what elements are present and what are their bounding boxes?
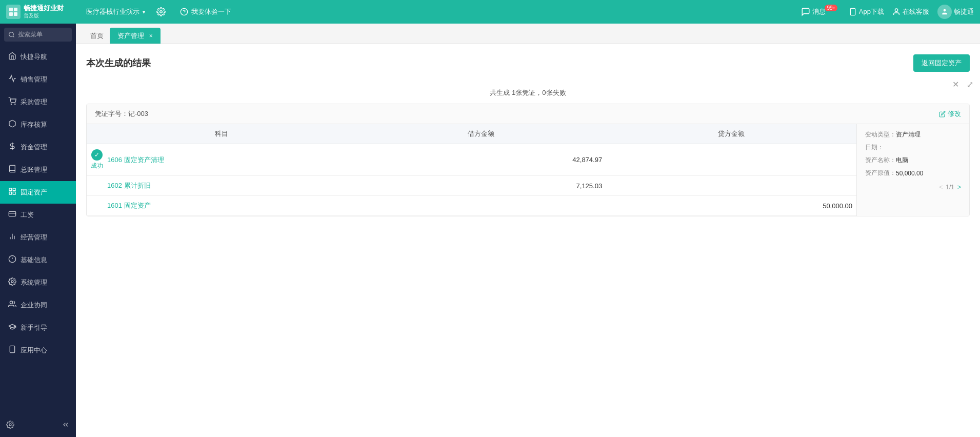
original-value-label: 资产原值： — [865, 169, 896, 177]
svg-rect-2 — [9, 12, 13, 16]
expand-panel-button[interactable]: ⤢ — [964, 78, 976, 90]
online-service-button[interactable]: 在线客服 — [892, 7, 929, 16]
top-header: 畅捷通好业财 普及版 医疗器械行业演示 ▾ 我要体验一下 消息 99+ — [0, 0, 980, 24]
subject-cell: 1602 累计折旧 — [87, 176, 356, 196]
svg-rect-3 — [14, 12, 17, 16]
table-row: 1602 累计折旧 7,125.03 — [87, 176, 856, 196]
tab-home[interactable]: 首页 — [84, 28, 110, 44]
svg-rect-19 — [9, 192, 12, 194]
edit-voucher-button[interactable]: 修改 — [939, 109, 961, 118]
sidebar-item-label: 资金管理 — [21, 143, 47, 152]
settings-button[interactable] — [153, 4, 169, 19]
sidebar-item-funds[interactable]: 资金管理 — [0, 136, 76, 158]
svg-point-13 — [11, 104, 11, 104]
sidebar-search-area[interactable]: 搜索菜单 — [0, 24, 76, 46]
header-right: 消息 99+ App下载 在线客服 畅捷通 — [801, 5, 974, 19]
success-icon: ✓ — [91, 149, 103, 161]
app-subtitle: 普及版 — [24, 12, 64, 19]
sidebar-item-salary[interactable]: 工资 — [0, 204, 76, 226]
svg-rect-7 — [850, 8, 855, 15]
svg-point-28 — [11, 281, 13, 283]
sidebar-item-fixed-assets[interactable]: 固定资产 — [0, 181, 76, 204]
company-selector[interactable]: 医疗器械行业演示 ▾ — [82, 5, 149, 18]
date-label: 日期： — [865, 143, 896, 152]
main-layout: 搜索菜单 快捷导航 销售管理 — [0, 24, 980, 437]
tab-asset-management[interactable]: 资产管理 × — [110, 28, 161, 44]
experience-button[interactable]: 我要体验一下 — [175, 5, 236, 18]
content-area: 首页 资产管理 × ✕ ⤢ 本次生成的结果 返回固定资产 — [76, 24, 980, 437]
sidebar-item-enterprise[interactable]: 企业协同 — [0, 294, 76, 316]
username-label: 畅捷通 — [954, 7, 974, 16]
sidebar-item-operations[interactable]: 经营管理 — [0, 226, 76, 249]
return-fixed-assets-button[interactable]: 返回固定资产 — [913, 54, 970, 72]
user-profile[interactable]: 畅捷通 — [937, 5, 974, 19]
svg-point-4 — [160, 11, 163, 13]
tab-close-button[interactable]: × — [149, 32, 153, 39]
operations-icon — [8, 232, 16, 243]
search-menu-box[interactable]: 搜索菜单 — [4, 28, 72, 42]
sidebar-bottom — [0, 414, 76, 437]
sidebar-item-purchase[interactable]: 采购管理 — [0, 91, 76, 113]
message-button[interactable]: 消息 99+ — [801, 7, 840, 16]
message-label: 消息 — [812, 7, 826, 16]
summary-text: 共生成 1张凭证，0张失败 — [490, 89, 566, 96]
asset-name-row: 资产名称： 电脑 — [865, 156, 961, 165]
prev-page-button[interactable]: < — [939, 184, 943, 191]
sales-icon — [8, 74, 16, 85]
svg-point-10 — [944, 9, 946, 12]
pagination: < 1/1 > — [865, 184, 961, 191]
home-icon — [8, 52, 16, 62]
app-center-icon — [8, 345, 16, 355]
sidebar-item-app-center[interactable]: 应用中心 — [0, 339, 76, 362]
tabs-bar: 首页 资产管理 × — [76, 24, 980, 44]
summary-bar: 共生成 1张凭证，0张失败 — [86, 80, 970, 104]
svg-point-14 — [15, 104, 15, 104]
subject-link[interactable]: 1606 固定资产清理 — [107, 155, 164, 165]
sidebar-item-label: 基础信息 — [21, 255, 47, 265]
settings-bottom-button[interactable] — [4, 419, 16, 433]
table-row: ✓ 成功 1606 固定资产清理 — [87, 144, 856, 176]
sidebar-item-label: 新手引导 — [21, 323, 47, 332]
success-label: 成功 — [91, 162, 103, 170]
next-page-button[interactable]: > — [957, 184, 961, 191]
sidebar-item-label: 总账管理 — [21, 165, 47, 174]
svg-line-12 — [13, 36, 14, 37]
app-title: 畅捷通好业财 — [24, 4, 64, 12]
credit-cell: 50,000.00 — [606, 196, 856, 216]
credit-cell — [606, 176, 856, 196]
sidebar-item-guide[interactable]: 新手引导 — [0, 316, 76, 339]
sidebar-item-label: 应用中心 — [21, 346, 47, 355]
close-panel-button[interactable]: ✕ — [949, 78, 962, 90]
sidebar-item-inventory[interactable]: 库存核算 — [0, 113, 76, 136]
sidebar-item-general-ledger[interactable]: 总账管理 — [0, 158, 76, 181]
voucher-table: 科目 借方金额 贷方金额 — [87, 124, 969, 216]
svg-point-9 — [895, 9, 897, 11]
debit-cell — [356, 196, 606, 216]
debit-cell: 42,874.97 — [356, 144, 606, 176]
sidebar-item-label: 库存核算 — [21, 120, 47, 129]
sidebar-item-label: 采购管理 — [21, 97, 47, 107]
voucher-number: 凭证字号：记-003 — [95, 109, 148, 118]
collapse-sidebar-button[interactable] — [59, 419, 72, 433]
subject-link[interactable]: 1601 固定资产 — [107, 201, 151, 210]
ledger-icon — [8, 165, 16, 175]
sidebar-item-sales[interactable]: 销售管理 — [0, 68, 76, 91]
sidebar-item-label: 快捷导航 — [21, 52, 47, 62]
svg-rect-18 — [13, 192, 15, 194]
col-header-subject: 科目 — [87, 124, 356, 144]
voucher-card: 凭证字号：记-003 修改 — [86, 104, 970, 216]
svg-rect-20 — [9, 211, 15, 216]
subject-link[interactable]: 1602 累计折旧 — [107, 181, 151, 190]
experience-label: 我要体验一下 — [191, 7, 231, 16]
avatar — [937, 5, 952, 19]
svg-rect-0 — [9, 8, 13, 11]
sidebar-item-system[interactable]: 系统管理 — [0, 271, 76, 294]
page-content: ✕ ⤢ 本次生成的结果 返回固定资产 共生成 1张凭证，0张失败 凭证字号：记-… — [76, 44, 980, 437]
sidebar-item-quick-nav[interactable]: 快捷导航 — [0, 46, 76, 68]
app-download-button[interactable]: App下载 — [849, 7, 884, 16]
subject-cell: ✓ 成功 1606 固定资产清理 — [87, 144, 356, 176]
sidebar-item-label: 经营管理 — [21, 233, 47, 242]
page-title: 本次生成的结果 — [86, 57, 151, 69]
voucher-left: 科目 借方金额 贷方金额 — [87, 124, 856, 216]
sidebar-item-basic-info[interactable]: 基础信息 — [0, 249, 76, 271]
